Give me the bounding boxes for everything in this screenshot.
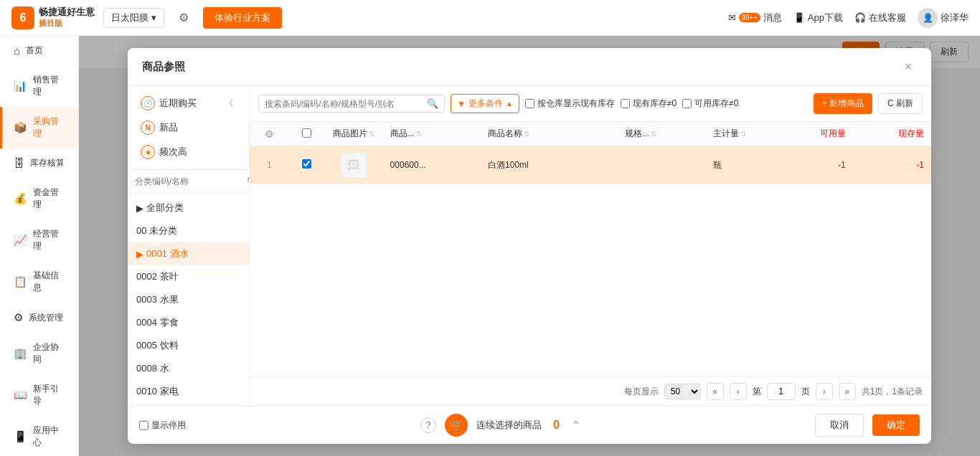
page-size-label: 每页显示 [624,386,659,398]
collapse-footer-icon[interactable]: ⌃ [571,419,580,432]
modal-close-btn[interactable]: × [900,58,917,75]
user-item[interactable]: 👤 徐泽华 [918,8,969,28]
confirm-btn[interactable]: 确定 [872,414,920,436]
col-settings: ⚙ [250,122,289,146]
cat-item-0004[interactable]: 0004 零食 [128,311,249,334]
tenant-selector[interactable]: 日太阳膜 ▾ [103,8,164,28]
row-checkbox-cell[interactable] [289,146,324,184]
last-page-btn[interactable]: » [839,383,856,400]
cat-item-0010[interactable]: 0010 家电 [128,380,249,403]
trial-btn[interactable]: 体验行业方案 [203,7,282,29]
col-avail-header[interactable]: 可用量 [775,122,853,146]
col-name-header[interactable]: 商品名称⇅ [481,122,618,146]
show-disabled-checkbox[interactable] [139,421,149,430]
row-img-cell: 🖼 [324,146,383,184]
col-spec-header[interactable]: 规格...⇅ [618,122,706,146]
cat-nav-frequent[interactable]: ★ 频次高 [135,141,242,163]
cart-btn[interactable]: 🛒 [445,414,468,437]
cat-item-00[interactable]: 00 未分类 [128,219,249,242]
sidebar-label-inventory: 库存核算 [30,157,65,169]
sidebar-item-basic[interactable]: 📋 基础信息 [0,261,78,303]
page-total: 共1页，1条记录 [862,386,923,398]
prev-page-btn[interactable]: ‹ [730,383,747,400]
check-stock-nonzero-input[interactable] [621,99,630,108]
cat-item-0005[interactable]: 0005 饮料 [128,334,249,357]
app-download-item[interactable]: 📱 App下载 [793,11,843,24]
col-unit-header[interactable]: 主计量⇅ [706,122,775,146]
sidebar-label-enterprise: 企业协同 [33,341,67,366]
modal-footer: 显示停用 ? 🛒 连续选择的商品 0 ⌃ 取消 确定 [128,406,931,444]
check-stock-nonzero[interactable]: 现有库存≠0 [621,98,677,110]
product-search-input[interactable] [265,99,423,109]
page-number-input[interactable] [767,383,796,400]
logo-icon: 6 [11,6,34,29]
category-search-input[interactable] [135,176,242,186]
sidebar-item-purchase[interactable]: 📦 采购管理 [0,107,78,148]
check-warehouse-input[interactable] [525,99,534,108]
check-warehouse[interactable]: 按仓库显示现有库存 [525,98,615,110]
cat-item-0003[interactable]: 0003 水果 [128,288,249,311]
next-page-btn[interactable]: › [816,383,833,400]
refresh-btn[interactable]: C 刷新 [878,93,923,114]
help-icon[interactable]: ? [420,417,436,433]
message-label: 消息 [763,11,782,24]
col-stock-header[interactable]: 现存量 [853,122,931,146]
select-all-checkbox[interactable] [302,128,311,138]
enterprise-icon: 🏢 [14,347,27,360]
row-checkbox[interactable] [302,159,311,168]
purchase-icon: 📦 [14,121,27,134]
first-page-btn[interactable]: « [707,383,724,400]
add-product-btn[interactable]: + 新增商品 [814,93,872,114]
product-data-table: ⚙ 商品图片⇅ [250,122,931,184]
chevron-down-icon: ▾ [151,12,156,23]
collapse-icon[interactable]: 《 [222,96,236,110]
cat-item-0001[interactable]: ▶ 0001 酒水 [128,242,249,265]
check-avail-nonzero-input[interactable] [682,99,692,108]
sidebar-item-enterprise[interactable]: 🏢 企业协同 [0,333,78,374]
check-avail-nonzero[interactable]: 可用库存≠0 [682,98,738,110]
sidebar-item-home[interactable]: ⌂ 首页 [0,36,78,65]
modal-body: 🕐 近期购买 《 N 新品 ★ 频次高 [128,86,931,406]
more-filter-btn[interactable]: ▼ 更多条件 ▲ [451,94,519,113]
sidebar-item-inventory[interactable]: 🗄 库存核算 [0,148,78,178]
sidebar-item-operation[interactable]: 📈 经营管理 [0,219,78,261]
settings-icon[interactable]: ⚙ [173,7,194,29]
message-nav-item[interactable]: ✉ 99++ 消息 [728,11,782,24]
product-table: ⚙ 商品图片⇅ [250,122,931,376]
brand-sub: 插目版 [39,18,95,29]
sidebar-item-finance[interactable]: 💰 资金管理 [0,178,78,219]
sidebar-item-apps[interactable]: 📱 应用中心 [0,416,78,456]
service-item[interactable]: 🎧 在线客服 [854,11,906,24]
operation-icon: 📈 [14,234,27,247]
cat-nav-new[interactable]: N 新品 [135,116,242,139]
filter-label: 更多条件 [468,98,503,110]
row-num: 1 [250,146,289,184]
row-stock: -1 [853,146,931,184]
mobile-icon: 📱 [793,12,805,23]
cat-nav-new-label: 新品 [159,121,178,134]
sidebar-item-sales[interactable]: 📊 销售管理 [0,65,78,107]
cat-item-0008[interactable]: 0008 水 [128,357,249,380]
product-reference-modal: 商品参照 × 🕐 近期购买 《 N [128,48,931,444]
col-img-header: 商品图片⇅ [324,122,383,146]
page-size-select[interactable]: 50 100 [664,384,701,399]
message-badge: 99++ [739,13,760,22]
sidebar-item-system[interactable]: ⚙ 系统管理 [0,303,78,333]
table-row[interactable]: 1 🖼 000600... 白酒100ml 瓶 -1 -1 [250,146,931,184]
sidebar-item-guide[interactable]: 📖 新手引导 [0,374,78,416]
cat-nav-recent-label: 近期购买 [159,97,197,110]
cat-item-all[interactable]: ▶ 全部分类 [128,196,249,219]
cat-nav-recent[interactable]: 🕐 近期购买 《 [135,92,242,115]
sidebar-label-sales: 销售管理 [33,74,67,98]
cancel-btn[interactable]: 取消 [815,414,864,437]
table-settings-icon[interactable]: ⚙ [265,128,274,140]
cat-item-0002[interactable]: 0002 茶叶 [128,265,249,288]
apps-icon: 📱 [14,430,27,443]
tenant-name: 日太阳膜 [111,11,149,24]
cat-0002-label: 0002 茶叶 [136,270,179,283]
col-code-header[interactable]: 商品...⇅ [383,122,481,146]
main-layout: ⌂ 首页 📊 销售管理 📦 采购管理 🗄 库存核算 💰 资金管理 📈 经营管理 … [0,36,980,456]
show-disabled-label[interactable]: 显示停用 [139,419,186,432]
sidebar: ⌂ 首页 📊 销售管理 📦 采购管理 🗄 库存核算 💰 资金管理 📈 经营管理 … [0,36,79,456]
inventory-icon: 🗄 [14,157,24,169]
